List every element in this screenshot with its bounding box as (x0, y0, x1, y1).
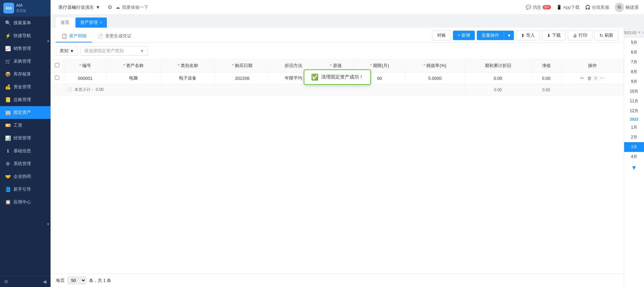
sidebar-bottom: ⚙ ◀ (0, 276, 51, 287)
calendar-month-10[interactable]: 10月 (624, 87, 644, 96)
edit-icon[interactable]: ✏ (580, 75, 584, 81)
sub-tab-asset-detail[interactable]: 📋 资产明细 (56, 30, 92, 42)
new-button[interactable]: + 新增 (453, 31, 475, 40)
select-all-checkbox[interactable] (55, 63, 59, 67)
col-name: * 资产名称 (106, 59, 160, 72)
sidebar-item-finance[interactable]: 💰 资金管理 (0, 81, 51, 93)
basic-info-icon: ℹ (5, 148, 11, 154)
payroll-icon: 💴 (5, 122, 11, 128)
row-checkbox[interactable] (55, 75, 59, 80)
operations-icon: 📊 (5, 135, 11, 141)
sidebar-scroll-down[interactable]: ▼ (46, 217, 51, 231)
sidebar-item-sales[interactable]: 📈 销售管理 (0, 42, 51, 55)
fixed-assets-icon: 🏢 (5, 109, 11, 116)
collapse-icon[interactable]: ◀ (43, 279, 47, 284)
calendar-month-7[interactable]: 7月 (624, 57, 644, 67)
header-left: 医疗器械行业演示 ▼ ⚙ ☁ 我要体验一下 (56, 3, 148, 12)
sidebar-item-cooperation[interactable]: 🤝 企业协同 (0, 170, 51, 183)
guide-icon: 📘 (5, 186, 11, 192)
tab-asset-management[interactable]: 资产管理 × (75, 18, 107, 28)
experience-button[interactable]: ☁ 我要体验一下 (116, 4, 148, 10)
sidebar-item-fixed-assets[interactable]: 🏢 固定资产 (0, 106, 51, 119)
message-badge: 99+ (543, 5, 551, 9)
top-header: 医疗器械行业演示 ▼ ⚙ ☁ 我要体验一下 💬 消息 99+ 📱 App下载 🎧… (51, 0, 644, 15)
sidebar-item-operations[interactable]: 📊 经营管理 (0, 132, 51, 145)
cell-category: 电子设备 (161, 72, 215, 84)
sidebar-menu: 🔍 搜索菜单 ⚡ 快捷导航 📈 销售管理 🛒 采购管理 📦 库存核算 💰 资金管… (0, 17, 51, 276)
sidebar-item-inventory[interactable]: 📦 库存核算 (0, 68, 51, 81)
import-icon: ⬆ (521, 33, 525, 38)
header-settings-icon[interactable]: ⚙ (108, 4, 112, 10)
calendar-month-3-current[interactable]: 3月 (624, 142, 644, 152)
sales-icon: 📈 (5, 45, 11, 52)
calendar-month-2[interactable]: 2月 (624, 132, 644, 142)
header-right: 💬 消息 99+ 📱 App下载 🎧 在线客服 畅 畅捷通 (526, 3, 639, 12)
col-accumulated-depreciation: 期初累计折旧 (465, 59, 531, 72)
asset-detail-icon: 📋 (61, 33, 67, 39)
more-icon[interactable]: ⋯ (600, 75, 605, 81)
tab-close-icon[interactable]: × (100, 20, 102, 25)
sidebar-item-quicknav[interactable]: ⚡ 快捷导航 (0, 29, 51, 42)
row-checkbox-cell[interactable] (51, 72, 64, 84)
calendar-month-4[interactable]: 4月 (624, 152, 644, 162)
col-purchase-date: * 购买日期 (215, 59, 269, 72)
message-icon: 💬 (526, 5, 531, 10)
company-dropdown-icon: ▼ (96, 5, 100, 10)
sidebar-item-basic-info[interactable]: ℹ 基础信息 (0, 145, 51, 157)
copy-icon[interactable]: ⎘ (594, 75, 597, 81)
reconcile-button[interactable]: 对账 (432, 30, 451, 40)
settings-bottom-icon[interactable]: ⚙ (4, 279, 8, 284)
col-category: * 类别名称 (161, 59, 215, 72)
cell-accumulated-depreciation: 0.00 (465, 72, 531, 84)
sidebar-scroll-up[interactable]: ▲ (46, 34, 51, 47)
message-action[interactable]: 💬 消息 99+ (526, 4, 551, 10)
batch-ops-dropdown[interactable]: ▼ (504, 31, 514, 40)
refresh-button[interactable]: ↻ 刷新 (594, 30, 618, 40)
delete-icon[interactable]: 🗑 (587, 75, 592, 81)
cell-code: 000001 (64, 72, 106, 84)
calendar-down-arrow[interactable]: ▼ (631, 162, 637, 174)
select-all-header[interactable] (51, 59, 64, 72)
app-download-action[interactable]: 📱 App下载 (556, 4, 580, 10)
company-selector[interactable]: 医疗器械行业演示 ▼ (56, 3, 103, 12)
import-button[interactable]: ⬆ 导入 (516, 30, 540, 40)
sidebar-item-system[interactable]: ⚙ 系统管理 (0, 157, 51, 170)
toast-notification: ✅ 清理固定资产成功！ (304, 69, 371, 85)
sidebar-item-purchase[interactable]: 🛒 采购管理 (0, 55, 51, 68)
category-input[interactable]: 请选择固定资产类别 ▼ (81, 46, 148, 56)
calendar-month-9[interactable]: 9月 (624, 77, 644, 87)
download-button[interactable]: ⬇ 下载 (542, 30, 566, 40)
calendar-month-1[interactable]: 1月 (624, 123, 644, 132)
sidebar-item-ledger[interactable]: 📒 总账管理 (0, 93, 51, 106)
calendar-month-6[interactable]: 6月 (624, 47, 644, 57)
calendar-month-12[interactable]: 12月 (624, 106, 644, 116)
calendar-year-2023: 2023 (630, 116, 638, 123)
company-name: 医疗器械行业演示 (59, 4, 94, 10)
sidebar-item-guide[interactable]: 📘 新手引导 (0, 183, 51, 196)
batch-ops-button[interactable]: 批量操作 (477, 31, 504, 40)
quicknav-icon: ⚡ (5, 33, 11, 39)
filter-dropdown-icon: ▼ (140, 49, 144, 54)
sidebar-item-app-center[interactable]: 🔲 应用中心 (0, 196, 51, 209)
category-select[interactable]: 类别 ▼ (56, 46, 78, 56)
calendar-month-11[interactable]: 11月 (624, 96, 644, 106)
download-icon: ⬇ (547, 33, 551, 38)
user-area[interactable]: 畅 畅捷通 (615, 3, 639, 12)
calendar-expand-icon[interactable]: ⤢ (642, 30, 644, 35)
sidebar-logo: AtA AtA 普及版 (0, 0, 51, 17)
sidebar-item-payroll[interactable]: 💴 工资 (0, 119, 51, 132)
sidebar-item-search[interactable]: 🔍 搜索菜单 (0, 17, 51, 29)
sub-tab-voucher[interactable]: 📄 变更生成凭证 (92, 30, 137, 42)
toast-success-icon: ✅ (311, 73, 318, 81)
main-wrapper: 医疗器械行业演示 ▼ ⚙ ☁ 我要体验一下 💬 消息 99+ 📱 App下载 🎧… (51, 0, 644, 287)
tab-home[interactable]: 首页 (56, 18, 74, 28)
logo-text: AtA 普及版 (16, 3, 26, 13)
page-content: 📋 资产明细 📄 变更生成凭证 对账 + 新增 批量操作 ▼ (51, 28, 624, 287)
ledger-icon: 📒 (5, 97, 11, 103)
calendar-close-icon[interactable]: ✕ (638, 30, 641, 35)
calendar-month-8[interactable]: 8月 (624, 67, 644, 77)
online-service-action[interactable]: 🎧 在线客服 (585, 4, 609, 10)
print-button[interactable]: 🖨 打印 (568, 30, 592, 40)
per-page-select[interactable]: 50 10 20 100 (67, 277, 86, 284)
calendar-month-5[interactable]: 5月 (624, 38, 644, 47)
